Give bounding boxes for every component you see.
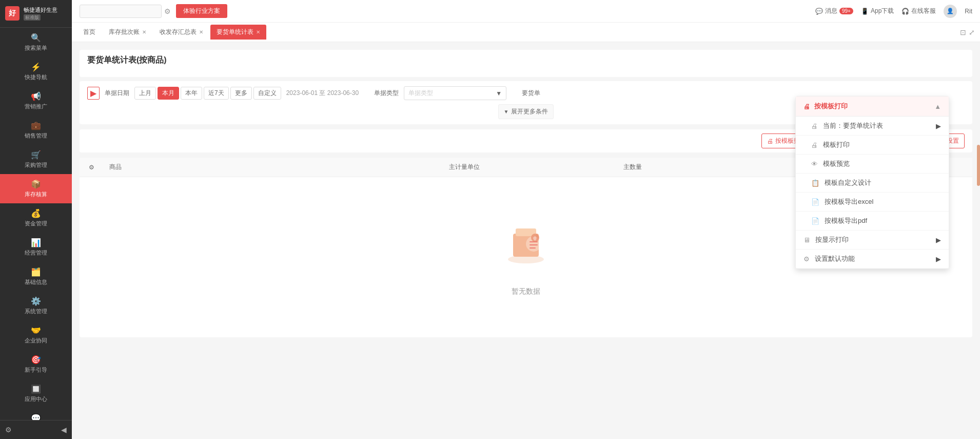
sidebar-label-sales: 销售管理 [25, 132, 47, 140]
tab-batch-account-close[interactable]: ✕ [142, 29, 146, 35]
tab-maximize-icon[interactable]: ⤢ [969, 28, 975, 36]
tab-home-label: 首页 [83, 28, 95, 36]
current-template-icon: 🖨 [811, 122, 818, 130]
online-service-action[interactable]: 🎧 在线客服 [901, 7, 936, 15]
purchase-icon: 🛒 [31, 150, 41, 160]
collapse-sidebar-btn[interactable]: ◀ [61, 426, 67, 434]
sidebar-item-basic[interactable]: 🗂️ 基础信息 [0, 262, 72, 291]
sidebar-item-collab[interactable]: 🤝 企业协同 [0, 320, 72, 350]
th-qty: 主数量 [619, 158, 793, 177]
page-title: 要货单统计表(按商品) [87, 55, 965, 66]
sidebar-item-marketing[interactable]: 📢 营销推广 [0, 86, 72, 116]
print-header-icon: 🖨 [803, 103, 810, 110]
sidebar-item-newbie[interactable]: 🎯 新手引导 [0, 350, 72, 379]
order-type-select[interactable]: 单据类型 ▼ [404, 86, 506, 100]
order-type-value: 单据类型 [408, 89, 433, 98]
order-goods-label: 要货单 [522, 89, 540, 98]
scroll-indicator[interactable] [977, 145, 980, 186]
date-filter-label: 单据日期 [105, 89, 129, 98]
search-icon: 🔍 [31, 33, 41, 43]
top-search-input[interactable] [80, 5, 162, 18]
tab-order-stats[interactable]: 要货单统计表 ✕ [210, 25, 266, 40]
sidebar-label-finance: 资金管理 [25, 220, 47, 227]
basic-icon: 🗂️ [31, 267, 41, 277]
expand-conditions-btn[interactable]: ▼ 展开更多条件 [498, 104, 554, 119]
tab-receivable-summary[interactable]: 收发存汇总表 ✕ [153, 25, 209, 40]
collab-icon: 🤝 [31, 326, 41, 335]
print-dropdown-panel: 🖨 按模板打印 ▲ 🖨 当前：要货单统计表 ▶ 🖨 模板打印 [795, 96, 949, 269]
sidebar-item-system[interactable]: ⚙️ 系统管理 [0, 291, 72, 320]
date-btn-last-month[interactable]: 上月 [134, 87, 156, 100]
user-name: Rit [965, 8, 972, 15]
tab-restore-icon[interactable]: ⊡ [960, 28, 966, 36]
display-print-chevron: ▶ [936, 236, 941, 244]
message-action[interactable]: 💬 消息 99+ [815, 7, 853, 15]
th-checkbox: ⚙ [85, 159, 105, 176]
dropdown-set-default[interactable]: ⚙ 设置默认功能 ▶ [796, 250, 949, 269]
template-preview-label: 模板预览 [823, 159, 850, 168]
dropdown-current-label: 当前：要货单统计表 [823, 121, 883, 130]
date-btn-more[interactable]: 更多 [230, 87, 252, 100]
dropdown-header-right: ▲ [934, 103, 941, 110]
printer-icon: 🖨 [767, 138, 773, 145]
dropdown-current-item[interactable]: 🖨 当前：要货单统计表 ▶ [796, 117, 949, 136]
date-btn-custom[interactable]: 自定义 [253, 87, 281, 100]
template-design-label: 模板自定义设计 [825, 178, 871, 187]
app-name: 畅捷通好生意 [24, 6, 57, 13]
dropdown-header-left: 🖨 按模板打印 [803, 102, 848, 111]
date-btn-this-year[interactable]: 本年 [181, 87, 202, 100]
message-label: 消息 [825, 7, 837, 15]
top-actions: 💬 消息 99+ 📱 App下载 🎧 在线客服 👤 Rit [815, 5, 972, 18]
date-range-display: 2023-06-01 至 2023-06-30 [286, 89, 359, 98]
sidebar-item-apps[interactable]: 🔲 应用中心 [0, 379, 72, 408]
empty-illustration [500, 218, 552, 279]
app-tag: 标准版 [24, 14, 41, 21]
sidebar-label-apps: 应用中心 [25, 395, 47, 403]
apps-icon: 🔲 [31, 384, 41, 394]
sidebar-label-marketing: 营销推广 [25, 103, 47, 110]
dropdown-template-preview[interactable]: 👁 模板预览 [796, 155, 949, 174]
settings-gear-icon[interactable]: ⚙ [89, 164, 94, 171]
template-pdf-icon: 📄 [811, 217, 819, 225]
sidebar-item-search[interactable]: 🔍 搜索菜单 [0, 28, 72, 57]
tab-home[interactable]: 首页 [77, 25, 102, 40]
top-search-area: ⚙ [80, 5, 171, 18]
filter-expand-btn[interactable]: ▶ [87, 87, 100, 100]
dropdown-template-print[interactable]: 🖨 模板打印 [796, 136, 949, 155]
sidebar-item-inventory[interactable]: 📦 库存核算 [0, 174, 72, 203]
date-btn-7days[interactable]: 近7天 [204, 87, 229, 100]
empty-text: 暂无数据 [512, 287, 540, 296]
dropdown-display-print[interactable]: 🖥 按显示打印 ▶ [796, 231, 949, 250]
dropdown-template-pdf[interactable]: 📄 按模板导出pdf [796, 212, 949, 231]
set-default-label: 设置默认功能 [815, 254, 855, 263]
marketing-icon: 📢 [31, 91, 41, 101]
trial-btn[interactable]: 体验行业方案 [176, 4, 227, 18]
dropdown-template-design[interactable]: 📋 模板自定义设计 [796, 174, 949, 193]
tab-batch-account[interactable]: 库存批次账 ✕ [103, 25, 152, 40]
template-print-icon: 🖨 [811, 141, 818, 149]
app-download-action[interactable]: 📱 App下载 [861, 7, 894, 15]
top-gear-icon[interactable]: ⚙ [164, 7, 171, 15]
tab-receivable-close[interactable]: ✕ [199, 29, 203, 35]
settings-bottom-btn[interactable]: ⚙ [5, 426, 12, 434]
template-design-icon: 📋 [811, 179, 819, 187]
dropdown-template-excel[interactable]: 📄 按模板导出excel [796, 193, 949, 212]
finance-icon: 💰 [31, 208, 41, 218]
template-pdf-label: 按模板导出pdf [825, 216, 867, 225]
tabs-bar: 首页 库存批次账 ✕ 收发存汇总表 ✕ 要货单统计表 ✕ ⊡ ⤢ [72, 23, 980, 42]
sidebar-item-quick[interactable]: ⚡ 快捷导航 [0, 57, 72, 86]
sidebar-item-purchase[interactable]: 🛒 采购管理 [0, 145, 72, 174]
template-excel-label: 按模板导出excel [825, 197, 873, 206]
sidebar-item-sales[interactable]: 💼 销售管理 [0, 116, 72, 145]
page-content: 要货单统计表(按商品) ▶ 单据日期 上月 本月 本年 近7天 更多 自定义 [72, 42, 980, 439]
sidebar-item-operations[interactable]: 📊 经营管理 [0, 233, 72, 262]
dropdown-up-icon: ▲ [934, 103, 941, 110]
user-avatar[interactable]: 👤 [944, 5, 957, 18]
tab-receivable-label: 收发存汇总表 [160, 28, 197, 36]
sidebar-item-wechat[interactable]: 💬 企业微信 [0, 408, 72, 420]
dropdown-header[interactable]: 🖨 按模板打印 ▲ [796, 97, 949, 117]
tab-order-stats-close[interactable]: ✕ [256, 29, 260, 35]
date-btn-this-month[interactable]: 本月 [158, 87, 179, 100]
sidebar-item-finance[interactable]: 💰 资金管理 [0, 203, 72, 233]
message-icon: 💬 [815, 8, 823, 15]
